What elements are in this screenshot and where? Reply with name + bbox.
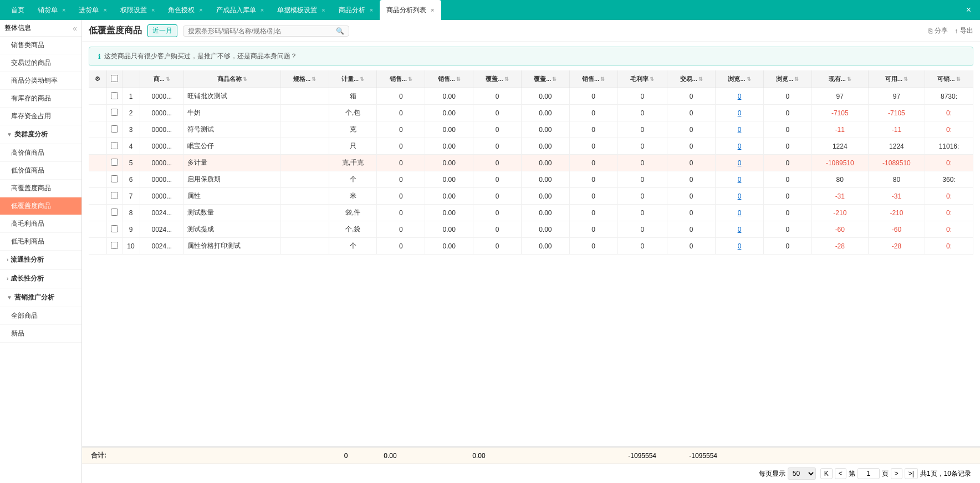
sidebar-item-low-coverage[interactable]: 低覆盖度商品 bbox=[0, 197, 81, 215]
row-browse1[interactable]: 0 bbox=[716, 188, 764, 205]
sidebar-item-low-profit[interactable]: 低毛利商品 bbox=[0, 233, 81, 251]
sidebar-section-circulation[interactable]: › 流通性分析 bbox=[0, 251, 81, 270]
row-code: 0000... bbox=[140, 171, 184, 188]
row-browse1[interactable]: 0 bbox=[716, 138, 764, 155]
row-gross-rate: 0 bbox=[617, 88, 667, 105]
share-icon: ⎘ bbox=[928, 27, 932, 35]
nav-sales-order[interactable]: 销货单 × bbox=[31, 0, 72, 20]
sidebar-item-new-products[interactable]: 新品 bbox=[0, 325, 81, 343]
row-sales2: 0.00 bbox=[425, 121, 473, 138]
sidebar-item-high-coverage[interactable]: 高覆盖度商品 bbox=[0, 180, 81, 197]
sidebar-item-low-value[interactable]: 低价值商品 bbox=[0, 162, 81, 180]
row-browse1[interactable]: 0 bbox=[716, 205, 764, 221]
nav-role-close[interactable]: × bbox=[199, 0, 202, 20]
col-code: 商...⇅ bbox=[140, 70, 184, 88]
sidebar-item-high-profit[interactable]: 高毛利商品 bbox=[0, 215, 81, 233]
row-gross-rate: 0 bbox=[617, 188, 667, 205]
row-cover1: 0 bbox=[473, 155, 522, 171]
main-container: 整体信息 « 销售类商品 交易过的商品 商品分类动销率 有库存的商品 库存资金占… bbox=[0, 20, 980, 483]
nav-product-analysis[interactable]: 商品分析 × bbox=[332, 0, 380, 20]
row-cover1: 0 bbox=[473, 238, 522, 255]
sidebar-item-all-products[interactable]: 全部商品 bbox=[0, 307, 81, 325]
row-gross-rate: 0 bbox=[617, 155, 667, 171]
nav-role-auth[interactable]: 角色授权 × bbox=[161, 0, 209, 20]
select-all-checkbox[interactable] bbox=[111, 75, 118, 82]
nav-sales-order-close[interactable]: × bbox=[62, 0, 65, 20]
row-browse1[interactable]: 0 bbox=[716, 121, 764, 138]
nav-purchase-order[interactable]: 进货单 × bbox=[72, 0, 113, 20]
nav-product-storage[interactable]: 产成品入库单 × bbox=[210, 0, 270, 20]
col-sales1: 销售...⇅ bbox=[377, 70, 425, 88]
row-browse2: 0 bbox=[763, 238, 811, 255]
sidebar-item-stock-capital[interactable]: 库存资金占用 bbox=[0, 108, 81, 125]
total-sales2: 0.00 bbox=[368, 452, 412, 460]
search-input[interactable] bbox=[188, 27, 336, 35]
row-browse1[interactable]: 0 bbox=[716, 238, 764, 255]
row-name: 多计量 bbox=[184, 155, 281, 171]
nav-purchase-order-close[interactable]: × bbox=[103, 0, 106, 20]
sidebar-item-high-value[interactable]: 高价值商品 bbox=[0, 144, 81, 162]
row-checkbox[interactable] bbox=[106, 238, 122, 255]
sidebar-item-category-rate[interactable]: 商品分类动销率 bbox=[0, 72, 81, 90]
nav-permission-settings[interactable]: 权限设置 × bbox=[114, 0, 161, 20]
row-name: 测试数量 bbox=[184, 205, 281, 221]
header-actions: ⎘ 分享 ↑ 导出 bbox=[928, 26, 973, 35]
total-sales1: 0 bbox=[324, 452, 368, 460]
first-page-button[interactable]: K bbox=[820, 468, 833, 479]
nav-analysis-list-close[interactable]: × bbox=[431, 0, 434, 20]
row-sales1: 0 bbox=[377, 138, 425, 155]
nav-template-settings[interactable]: 单据模板设置 × bbox=[270, 0, 331, 20]
row-checkbox[interactable] bbox=[106, 105, 122, 121]
search-icon[interactable]: 🔍 bbox=[336, 27, 344, 35]
row-checkbox[interactable] bbox=[106, 171, 122, 188]
col-spec: 规格...⇅ bbox=[280, 70, 329, 88]
row-checkbox[interactable] bbox=[106, 138, 122, 155]
row-browse1[interactable]: 0 bbox=[716, 88, 764, 105]
row-code: 0000... bbox=[140, 155, 184, 171]
row-current: -7105 bbox=[811, 105, 868, 121]
sidebar-item-sales-goods[interactable]: 销售类商品 bbox=[0, 37, 81, 54]
row-browse1[interactable]: 0 bbox=[716, 155, 764, 171]
row-cover2: 0.00 bbox=[521, 88, 569, 105]
nav-template-close[interactable]: × bbox=[321, 0, 325, 20]
table-row: 4 0000... 眠宝公仔 只 0 0.00 0 0.00 0 0 0 0 0… bbox=[89, 138, 973, 155]
row-checkbox[interactable] bbox=[106, 221, 122, 238]
row-code: 0024... bbox=[140, 221, 184, 238]
sidebar-item-traded-goods[interactable]: 交易过的商品 bbox=[0, 54, 81, 72]
row-sales2: 0.00 bbox=[425, 88, 473, 105]
table-header-row: ⚙ 商...⇅ 商品名称⇅ 规格...⇅ 计量...⇅ 销售...⇅ 销售...… bbox=[89, 70, 973, 88]
nav-product-analysis-list[interactable]: 商品分析列表 × bbox=[380, 0, 441, 20]
last-page-button[interactable]: >| bbox=[905, 468, 918, 479]
export-button[interactable]: ↑ 导出 bbox=[955, 26, 973, 35]
row-checkbox[interactable] bbox=[106, 188, 122, 205]
window-close-button[interactable]: × bbox=[962, 5, 976, 15]
page-number-input[interactable] bbox=[858, 468, 880, 479]
row-checkbox[interactable] bbox=[106, 121, 122, 138]
sidebar-section-cluster-analysis[interactable]: ▼ 类群度分析 bbox=[0, 125, 81, 144]
nav-home[interactable]: 首页 bbox=[4, 0, 31, 20]
footer-total: 合计: 0 0.00 0.00 -1095554 -1095554 bbox=[82, 446, 980, 464]
next-page-button[interactable]: > bbox=[891, 468, 902, 479]
row-trade: 0 bbox=[667, 221, 716, 238]
nav-analysis-close[interactable]: × bbox=[370, 0, 373, 20]
share-button[interactable]: ⎘ 分享 bbox=[928, 26, 948, 35]
sidebar-item-in-stock[interactable]: 有库存的商品 bbox=[0, 90, 81, 108]
nav-product-close[interactable]: × bbox=[261, 0, 264, 20]
row-browse1[interactable]: 0 bbox=[716, 171, 764, 188]
filter-period-button[interactable]: 近一月 bbox=[147, 24, 177, 37]
sidebar-section-marketing[interactable]: ▼ 营销推广分析 bbox=[0, 288, 81, 307]
row-browse1[interactable]: 0 bbox=[716, 221, 764, 238]
nav-permission-close[interactable]: × bbox=[151, 0, 155, 20]
page-size-dropdown[interactable]: 50 100 200 bbox=[788, 467, 816, 480]
row-browse1[interactable]: 0 bbox=[716, 105, 764, 121]
prev-page-button[interactable]: < bbox=[835, 468, 846, 479]
row-checkbox[interactable] bbox=[106, 155, 122, 171]
sidebar-section-growth[interactable]: › 成长性分析 bbox=[0, 270, 81, 288]
row-cover1: 0 bbox=[473, 121, 522, 138]
row-checkbox[interactable] bbox=[106, 88, 122, 105]
row-sales-amt: 0 bbox=[569, 188, 617, 205]
row-checkbox[interactable] bbox=[106, 205, 122, 221]
row-sales2: 0.00 bbox=[425, 221, 473, 238]
col-settings[interactable]: ⚙ bbox=[89, 70, 106, 88]
sidebar-collapse-button[interactable]: « bbox=[73, 24, 77, 33]
